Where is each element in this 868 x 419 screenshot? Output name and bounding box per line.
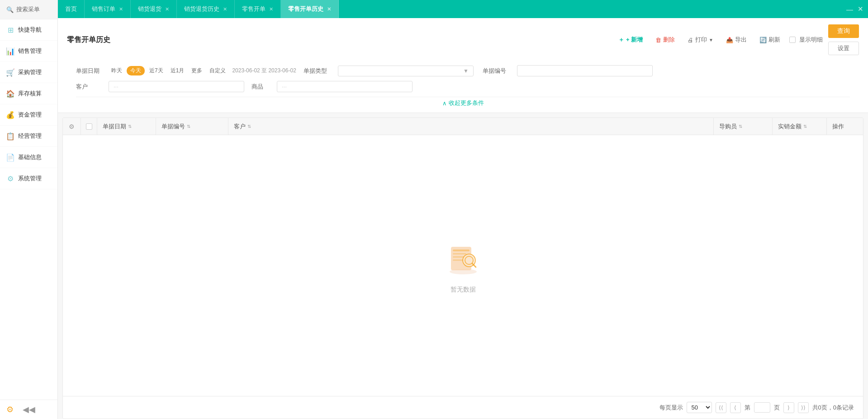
- inventory-icon: 🏠: [6, 89, 14, 98]
- date-btn-7days[interactable]: 近7天: [147, 66, 166, 75]
- delete-button[interactable]: 🗑 删除: [652, 34, 678, 46]
- doc-type-label: 单据类型: [304, 67, 329, 75]
- export-button[interactable]: 📤 导出: [722, 34, 750, 46]
- sidebar-item-inventory[interactable]: 🏠 库存核算: [0, 83, 57, 104]
- tab-sales-return-label: 销货退货: [138, 5, 161, 13]
- sidebar-item-label: 系统管理: [18, 174, 42, 183]
- toolbar-buttons: ＋ + 新增 🗑 删除 🖨 打印 ▼ 📤 导出: [615, 24, 859, 55]
- page-label-first: 第: [745, 404, 750, 412]
- base-icon: 📄: [6, 153, 14, 161]
- sidebar: 🔍 搜索采单 ⊞ 快捷导航 📊 销售管理 🛒 采购管理 🏠 库存核算 💰 资金管…: [0, 0, 58, 419]
- page-title: 零售开单历史: [67, 35, 110, 45]
- tab-sales-return-close[interactable]: ✕: [165, 6, 169, 12]
- th-num[interactable]: 单据编号 ⇅: [156, 118, 228, 135]
- sidebar-search[interactable]: 🔍 搜索采单: [0, 0, 57, 19]
- th-amount[interactable]: 实销金额 ⇅: [773, 118, 827, 135]
- settings-gear-icon[interactable]: ⚙: [6, 405, 14, 414]
- tab-sales-order-close[interactable]: ✕: [119, 6, 123, 12]
- print-dropdown-icon: ▼: [709, 38, 713, 42]
- total-info: 共0页，0条记录: [812, 404, 854, 412]
- print-button[interactable]: 🖨 打印 ▼: [684, 34, 717, 46]
- quick-nav-icon: ⊞: [6, 26, 14, 34]
- tab-retail-open-close[interactable]: ✕: [269, 6, 273, 12]
- add-button[interactable]: ＋ + 新增: [615, 34, 646, 46]
- show-detail-checkbox[interactable]: [789, 37, 796, 43]
- doc-num-input[interactable]: [517, 65, 653, 76]
- page-first-btn[interactable]: ⟨⟨: [716, 402, 726, 413]
- goods-input[interactable]: ···: [277, 81, 413, 92]
- sidebar-item-label: 库存核算: [18, 89, 42, 98]
- per-page-select[interactable]: 50 20 100: [687, 402, 712, 413]
- page-label: 页: [774, 404, 780, 412]
- sort-amount-icon: ⇅: [803, 124, 807, 129]
- window-minimize-icon[interactable]: —: [846, 5, 853, 13]
- customer-dots: ···: [114, 83, 119, 90]
- page-next-btn[interactable]: ⟩: [783, 402, 794, 413]
- table-area: ⚙ 单据日期 ⇅ 单据编号 ⇅ 客户 ⇅ 导购员 ⇅: [62, 118, 863, 419]
- date-btn-today[interactable]: 今天: [127, 66, 145, 75]
- tab-retail-open-history[interactable]: 零售开单历史 ✕: [281, 0, 339, 18]
- filter-row-1: 单据日期 昨天 今天 近7天 近1月 更多 自定义 2023-06-02 至 2…: [76, 65, 850, 76]
- pagination: 每页显示 50 20 100 ⟨⟨ ⟨ 第 1 页 ⟩ ⟩⟩ 共0页，0条记录: [63, 396, 863, 419]
- show-detail-label: 显示明细: [799, 36, 823, 44]
- filter-row-2: 客户 ··· 商品 ···: [76, 81, 850, 92]
- th-ops-label: 操作: [832, 122, 844, 131]
- th-date[interactable]: 单据日期 ⇅: [97, 118, 156, 135]
- column-settings-icon[interactable]: ⚙: [63, 118, 81, 135]
- filter-area: 单据日期 昨天 今天 近7天 近1月 更多 自定义 2023-06-02 至 2…: [67, 60, 859, 113]
- empty-state: 暂无数据: [63, 135, 863, 396]
- refresh-icon: 🔄: [759, 37, 767, 43]
- tab-sales-return-history[interactable]: 销货退货历史 ✕: [177, 0, 235, 18]
- doc-type-select[interactable]: ▼: [338, 66, 474, 76]
- sidebar-item-sales-mgmt[interactable]: 📊 销售管理: [0, 41, 57, 62]
- sidebar-bottom: ⚙ ◀◀: [0, 400, 57, 419]
- tab-sales-return[interactable]: 销货退货 ✕: [131, 0, 177, 18]
- goods-dots: ···: [282, 83, 287, 90]
- svg-rect-2: [453, 250, 470, 251]
- sys-icon: ⚙: [6, 174, 14, 183]
- window-close-icon[interactable]: ✕: [858, 5, 863, 13]
- date-btn-more[interactable]: 更多: [189, 66, 205, 75]
- refresh-button[interactable]: 🔄 刷新: [756, 34, 784, 46]
- customer-input[interactable]: ···: [109, 81, 244, 92]
- tab-sales-return-history-close[interactable]: ✕: [223, 6, 227, 12]
- tab-home[interactable]: 首页: [58, 0, 85, 18]
- date-btn-yesterday[interactable]: 昨天: [109, 66, 125, 75]
- query-button[interactable]: 查询: [828, 24, 859, 38]
- settings-button[interactable]: 设置: [828, 42, 859, 55]
- sidebar-item-purchase-mgmt[interactable]: 🛒 采购管理: [0, 62, 57, 83]
- page-last-btn[interactable]: ⟩⟩: [798, 402, 809, 413]
- sidebar-item-quick-nav[interactable]: ⊞ 快捷导航: [0, 19, 57, 41]
- sidebar-item-sys-mgmt[interactable]: ⚙ 系统管理: [0, 168, 57, 189]
- tab-sales-return-history-label: 销货退货历史: [184, 5, 219, 13]
- header-checkbox[interactable]: [86, 123, 92, 130]
- doc-num-label: 单据编号: [483, 67, 508, 75]
- th-amount-label: 实销金额: [778, 122, 802, 131]
- page-prev-btn[interactable]: ⟨: [730, 402, 741, 413]
- th-guide-label: 导购员: [719, 122, 737, 131]
- th-customer[interactable]: 客户 ⇅: [228, 118, 714, 135]
- tab-retail-open-history-close[interactable]: ✕: [327, 6, 331, 12]
- th-num-label: 单据编号: [161, 122, 185, 131]
- date-btn-custom[interactable]: 自定义: [207, 66, 228, 75]
- sidebar-item-finance[interactable]: 💰 资金管理: [0, 104, 57, 126]
- svg-rect-3: [453, 253, 466, 254]
- collapse-button[interactable]: ∧ 收起更多条件: [76, 97, 850, 109]
- sidebar-search-label: 搜索采单: [16, 5, 40, 14]
- sort-guide-icon: ⇅: [739, 124, 742, 129]
- th-guide[interactable]: 导购员 ⇅: [714, 118, 773, 135]
- main-area: 首页 销售订单 ✕ 销货退货 ✕ 销货退货历史 ✕ 零售开单 ✕ 零售开单历史 …: [58, 0, 868, 419]
- page-current-input[interactable]: 1: [754, 402, 770, 413]
- tab-retail-open[interactable]: 零售开单 ✕: [235, 0, 281, 18]
- purchase-icon: 🛒: [6, 68, 14, 76]
- th-ops: 操作: [827, 118, 863, 135]
- collapse-sidebar-icon[interactable]: ◀◀: [23, 405, 35, 414]
- select-all-checkbox[interactable]: [81, 118, 97, 135]
- sidebar-item-business[interactable]: 📋 经营管理: [0, 126, 57, 147]
- export-label: 导出: [735, 36, 747, 44]
- tab-sales-order[interactable]: 销售订单 ✕: [85, 0, 131, 18]
- sidebar-item-base-info[interactable]: 📄 基础信息: [0, 147, 57, 168]
- collapse-up-icon: ∧: [442, 100, 447, 107]
- date-btn-1month[interactable]: 近1月: [168, 66, 187, 75]
- page-header: 零售开单历史 ＋ + 新增 🗑 删除 🖨 打印 ▼: [58, 18, 868, 113]
